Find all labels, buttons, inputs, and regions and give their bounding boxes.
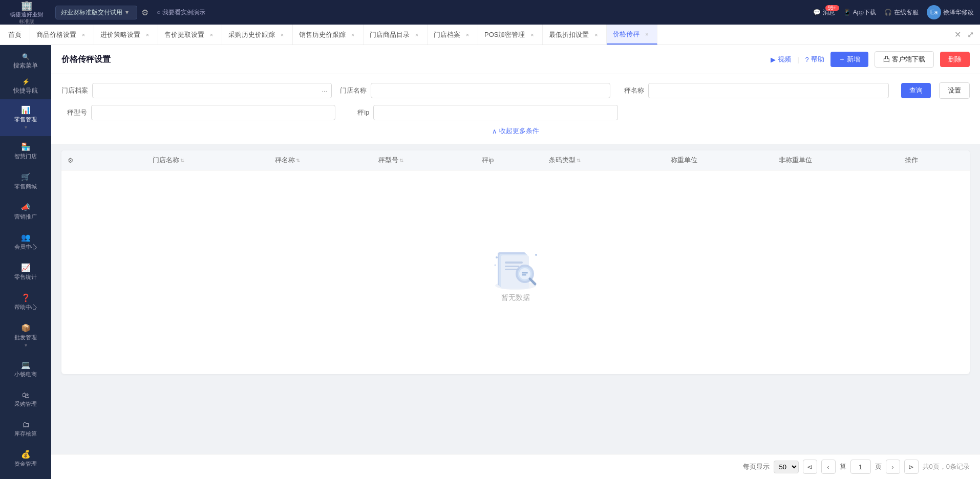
svg-point-15	[535, 254, 537, 256]
page-number-input[interactable]	[850, 460, 871, 474]
tab-item[interactable]: 售价提取设置×	[158, 25, 222, 45]
tab-label: 门店商品目录	[370, 30, 410, 39]
quick-nav-label: 快捷导航	[13, 86, 38, 95]
settings-button-2[interactable]: 设置	[939, 82, 970, 99]
first-page-button[interactable]: ⊲	[803, 460, 817, 474]
sidebar-icon: 💻	[21, 360, 31, 369]
sidebar-item-wholesale-mgmt[interactable]: 📦 批发管理▾	[0, 317, 51, 354]
tab-close-icon[interactable]: ×	[207, 31, 216, 39]
tab-item[interactable]: 最低折扣设置×	[543, 25, 607, 45]
client-download-button[interactable]: 凸 客户端下载	[875, 51, 934, 68]
message-button[interactable]: 💬 消息 99+	[813, 8, 835, 17]
sidebar-item-xiaochang-ec[interactable]: 💻 小畅电商	[0, 354, 51, 384]
store-archive-label: 门店档案	[61, 86, 88, 95]
sidebar-item-help-center[interactable]: ❓ 帮助中心	[0, 287, 51, 317]
tab-close-icon[interactable]: ×	[349, 31, 357, 39]
sidebar-icon: 🏪	[21, 142, 31, 151]
tab-item[interactable]: POS加密管理×	[478, 25, 543, 45]
tab-close-icon[interactable]: ×	[278, 31, 286, 39]
th-barcode_type[interactable]: 条码类型⇅	[543, 150, 665, 170]
empty-text: 暂无数据	[501, 293, 530, 302]
sidebar-label: 批发管理	[14, 334, 37, 341]
prev-page-button[interactable]: ‹	[821, 460, 836, 474]
tab-close-icon[interactable]: ×	[463, 31, 472, 39]
search-button[interactable]: 查询	[901, 83, 931, 98]
demo-link[interactable]: ○ 我要看实例演示	[157, 8, 205, 17]
sidebar-item-retail-mgmt[interactable]: 📊 零售管理▾	[0, 99, 51, 136]
svg-point-9	[519, 268, 530, 279]
demo-icon: ○	[157, 9, 160, 16]
sidebar-icon: 🗂	[22, 420, 30, 429]
tab-item[interactable]: 进价策略设置×	[94, 25, 158, 45]
sidebar-item-general-ledger[interactable]: 📒 总账管理	[0, 474, 51, 479]
video-link[interactable]: ▶ 视频	[771, 55, 791, 64]
sidebar-item-member-center[interactable]: 👥 会员中心	[0, 227, 51, 257]
svg-rect-5	[505, 266, 519, 267]
video-icon: ▶	[771, 56, 776, 63]
sidebar-item-finance[interactable]: 💰 资金管理	[0, 444, 51, 474]
per-page-label: 每页显示	[743, 462, 770, 471]
scale-ip-input[interactable]	[373, 105, 617, 120]
sidebar-item-purchase-mgmt[interactable]: 🛍 采购管理	[0, 384, 51, 414]
scale-name-input[interactable]	[648, 83, 889, 98]
last-page-button[interactable]: ⊳	[904, 460, 919, 474]
tab-close-icon[interactable]: ×	[528, 31, 536, 39]
sortable-header[interactable]: 条码类型⇅	[549, 156, 658, 165]
collapse-row: ∧ 收起更多条件	[61, 126, 970, 136]
video-label: 视频	[778, 55, 791, 64]
app-download-label: App下载	[853, 8, 876, 17]
sortable-header[interactable]: 秤型号⇅	[378, 156, 470, 165]
tab-item[interactable]: 价格传秤×	[607, 25, 657, 45]
version-selector[interactable]: 好业财标准版交付试用 ▾	[55, 6, 137, 19]
sidebar-item-smart-store[interactable]: 🏪 智慧门店	[0, 136, 51, 166]
tab-item[interactable]: 门店商品目录×	[364, 25, 428, 45]
tab-item[interactable]: 采购历史价跟踪×	[222, 25, 293, 45]
tab-close-icon[interactable]: ×	[592, 31, 600, 39]
add-button[interactable]: ＋ 新增	[830, 52, 869, 67]
tab-home[interactable]: 首页	[0, 25, 30, 45]
search-menu-button[interactable]: 🔍 搜索菜单	[0, 49, 51, 74]
store-archive-input[interactable]	[93, 84, 317, 97]
sortable-header[interactable]: 门店名称⇅	[153, 156, 262, 165]
store-name-field: 门店名称	[340, 83, 610, 98]
user-menu[interactable]: Ea 徐泽华修改	[927, 5, 974, 19]
store-name-input[interactable]	[371, 83, 610, 98]
tab-label: 商品价格设置	[36, 30, 76, 39]
delete-button[interactable]: 删除	[940, 52, 970, 67]
sidebar-item-marketing[interactable]: 📣 营销推广	[0, 197, 51, 227]
quick-nav-button[interactable]: ⚡ 快捷导航	[0, 74, 51, 99]
sidebar-label: 库存核算	[14, 430, 37, 438]
sidebar-item-retail-stats[interactable]: 📈 零售统计	[0, 257, 51, 287]
sidebar-icon: 👥	[21, 233, 31, 242]
message-icon: 💬	[813, 9, 821, 16]
scale-model-input[interactable]	[91, 105, 335, 120]
tab-close-icon[interactable]: ×	[413, 31, 421, 39]
help-link[interactable]: ? 帮助	[805, 55, 824, 64]
per-page-select[interactable]: 50	[774, 461, 799, 473]
settings-button[interactable]: ⚙	[141, 8, 148, 17]
tab-item[interactable]: 商品价格设置×	[30, 25, 94, 45]
sidebar-item-retail-mall[interactable]: 🛒 零售商城	[0, 166, 51, 197]
close-tab-button[interactable]: ✕	[952, 29, 963, 40]
table-body: 暂无数据	[61, 170, 970, 375]
online-service-button[interactable]: 🎧 在线客服	[884, 8, 919, 17]
app-download-button[interactable]: 📱 App下载	[843, 8, 876, 17]
tab-item[interactable]: 销售历史价跟踪×	[293, 25, 364, 45]
maximize-tab-button[interactable]: ⤢	[965, 29, 976, 40]
th-scale_model[interactable]: 秤型号⇅	[372, 150, 476, 170]
table-area: ⚙门店名称⇅秤名称⇅秤型号⇅秤ip条码类型⇅称重单位非称重单位操作	[51, 144, 980, 454]
sortable-header[interactable]: 秤名称⇅	[275, 156, 366, 165]
collapse-button[interactable]: ∧ 收起更多条件	[492, 126, 539, 136]
store-archive-more-icon[interactable]: ···	[317, 87, 331, 95]
tab-close-icon[interactable]: ×	[643, 30, 651, 38]
tab-close-icon[interactable]: ×	[79, 31, 88, 39]
tab-close-icon[interactable]: ×	[143, 31, 152, 39]
tab-item[interactable]: 门店档案×	[428, 25, 478, 45]
next-page-button[interactable]: ›	[886, 460, 900, 474]
th-store_name[interactable]: 门店名称⇅	[146, 150, 268, 170]
sidebar-label: 会员中心	[14, 243, 37, 251]
th-scale_name[interactable]: 秤名称⇅	[269, 150, 372, 170]
scale-model-label: 秤型号	[61, 108, 87, 117]
sidebar-item-inventory[interactable]: 🗂 库存核算	[0, 414, 51, 444]
sidebar-label: 零售统计	[14, 273, 37, 281]
